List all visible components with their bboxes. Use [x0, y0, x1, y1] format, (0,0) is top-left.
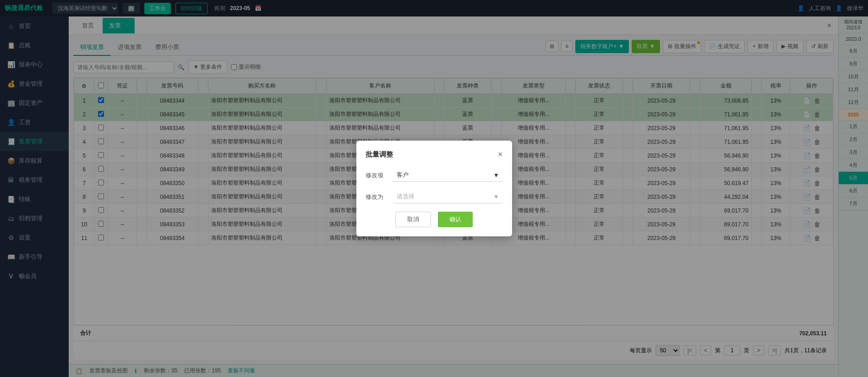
modal-field2-label: 修改为 — [366, 193, 393, 201]
modal-field1-dropdown-icon: ▼ — [493, 172, 499, 179]
modal-field1-select[interactable]: 客户 ▼ — [393, 169, 503, 182]
batch-adjust-modal: 批量调整 × 修改项 客户 ▼ 修改为 请选择 ▼ 取消 确认 — [356, 141, 512, 236]
modal-field2-select[interactable]: 请选择 ▼ — [393, 190, 503, 203]
modal-confirm-btn[interactable]: 确认 — [438, 212, 473, 227]
modal-field1: 修改项 客户 ▼ — [366, 169, 503, 182]
modal-header: 批量调整 × — [366, 150, 503, 159]
modal-title: 批量调整 — [366, 150, 393, 159]
modal-field2-dropdown-icon: ▼ — [493, 193, 499, 200]
modal-overlay[interactable]: 批量调整 × 修改项 客户 ▼ 修改为 请选择 ▼ 取消 确认 — [0, 0, 868, 377]
modal-field1-label: 修改项 — [366, 171, 393, 180]
modal-field1-value: 客户 — [397, 171, 409, 179]
modal-field2: 修改为 请选择 ▼ — [366, 190, 503, 203]
modal-field2-placeholder: 请选择 — [397, 192, 415, 201]
modal-close-btn[interactable]: × — [498, 150, 503, 159]
modal-cancel-btn[interactable]: 取消 — [395, 212, 431, 227]
modal-footer: 取消 确认 — [366, 212, 503, 227]
